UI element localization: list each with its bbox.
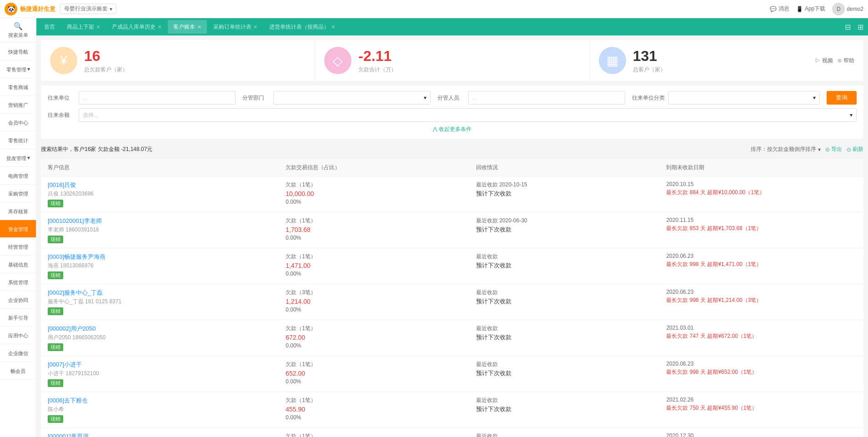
- debt-amount[interactable]: 10,000.00: [286, 190, 476, 197]
- tab-close-icon[interactable]: ×: [254, 24, 257, 30]
- refresh-button[interactable]: ⊙ 刷新: [847, 146, 863, 153]
- debt-info-cell: 欠款（1笔） 429.00 0.00%: [286, 432, 476, 437]
- stat-label-total-customers: 总客户（家）: [633, 66, 666, 74]
- collapse-button[interactable]: ⋀ 收起更多条件: [433, 126, 472, 133]
- tab-inbound-stat[interactable]: 进货单统计表（按商品） ×: [264, 20, 341, 34]
- tab-purchase-order-stat[interactable]: 采购订单统计表 ×: [208, 20, 263, 34]
- page-content: ¥ 16 总欠款客户（家） ◇ -2.11 欠款合计（万） ▦: [36, 35, 868, 437]
- app-download-btn[interactable]: 📱 App下载: [796, 5, 825, 13]
- sidebar-item-retail-mgmt[interactable]: 零售管理 ▾: [0, 60, 36, 78]
- store-select[interactable]: 母婴行业演示账套 ▾: [60, 4, 116, 14]
- chevron-down-icon: ▾: [27, 155, 30, 161]
- filter-dept-select[interactable]: ▾: [273, 91, 430, 105]
- overdue-info[interactable]: 最长欠款 998 天 超期¥652.00（1笔）: [666, 368, 857, 376]
- sidebar-item-label: 快捷导航: [2, 49, 34, 55]
- sidebar-item-inventory[interactable]: 库存核算: [0, 202, 36, 220]
- sidebar-item-label: 营销推广: [2, 102, 34, 109]
- view-btn[interactable]: ▷ 视频: [815, 57, 833, 65]
- tab-home[interactable]: 首页: [39, 20, 60, 34]
- chevron-down-icon: ▾: [818, 146, 821, 153]
- debt-count: 欠款（1笔）: [286, 361, 476, 368]
- debt-amount[interactable]: 652.00: [286, 370, 476, 377]
- sidebar-search[interactable]: 🔍 搜索菜单: [0, 18, 36, 43]
- customer-name[interactable]: [0016]吕俊: [48, 181, 286, 189]
- customer-name[interactable]: [0007]小进干: [48, 361, 286, 369]
- overdue-info[interactable]: 最长欠款 750 天 超期¥455.90（1笔）: [666, 404, 857, 412]
- debt-amount[interactable]: 1,703.68: [286, 226, 476, 233]
- stat-value-debt-total: -2.11: [358, 48, 396, 65]
- filter-person-input[interactable]: ...: [468, 91, 625, 105]
- due-date-cell: 2020.06.23 最长欠款 998 天 超期¥1,471.00（1笔）: [666, 253, 857, 268]
- next-collect: 预计下次收款: [476, 190, 667, 198]
- sidebar-item-quick-nav[interactable]: 快捷导航: [0, 43, 36, 60]
- tab-close-icon[interactable]: ×: [96, 24, 100, 30]
- header-customer-info: 客户信息: [48, 164, 286, 171]
- tab-close-icon[interactable]: ×: [331, 24, 335, 30]
- sidebar-item-member[interactable]: 会员中心: [0, 114, 36, 131]
- overdue-info[interactable]: 最长欠款 998 天 超期¥1,471.00（1笔）: [666, 261, 857, 268]
- debt-amount[interactable]: 1,471.00: [286, 262, 476, 269]
- search-button[interactable]: 查询: [827, 91, 857, 105]
- stat-info: 131 总客户（家）: [633, 48, 666, 74]
- filter-balance-select[interactable]: 选择... ▾: [79, 108, 857, 122]
- customer-name[interactable]: [000002]用户2050: [48, 325, 286, 333]
- debt-count: 欠款（3笔）: [286, 289, 476, 296]
- sidebar-item-app-center[interactable]: 应用中心: [0, 326, 36, 344]
- overdue-info[interactable]: 最长欠款 884 天 超期¥10,000.00（1笔）: [666, 189, 857, 196]
- tab-minimize-btn[interactable]: ⊟: [843, 22, 853, 32]
- message-btn[interactable]: 💬 消息: [770, 5, 789, 13]
- customer-name[interactable]: [000001]黄思源: [48, 432, 286, 437]
- sidebar-item-retail-stat[interactable]: 零售统计: [0, 131, 36, 149]
- result-info: 搜索结果中，客户16家 欠款金额 -21,148.07元: [41, 146, 152, 153]
- sidebar-item-guide[interactable]: 新手引导: [0, 309, 36, 326]
- tab-close-icon[interactable]: ×: [158, 24, 161, 30]
- user-menu-btn[interactable]: D demo2: [832, 3, 863, 15]
- sidebar-item-marketing[interactable]: 营销推广: [0, 96, 36, 114]
- export-button[interactable]: ⊙ 导出: [825, 146, 842, 153]
- overdue-info[interactable]: 最长欠款 998 天 超期¥1,214.00（3笔）: [666, 296, 857, 304]
- due-date-cell: 2020.06.23 最长欠款 998 天 超期¥652.00（1笔）: [666, 361, 857, 376]
- sort-dropdown[interactable]: 排序：按欠款金额倒序排序 ▾: [751, 146, 821, 153]
- tab-product-inbound[interactable]: 产成品入库单历史 ×: [106, 20, 167, 34]
- tab-maximize-btn[interactable]: ⊞: [855, 22, 866, 32]
- customer-info-cell: [000001]黄思源 黄思源 13552700226 现销: [48, 432, 286, 437]
- filter-row-1: 往来单位 ... 分管部门 ▾ 分管人员: [48, 91, 857, 105]
- debt-amount[interactable]: 672.00: [286, 334, 476, 341]
- customer-name[interactable]: [0003]畅捷服务尹海燕: [48, 253, 286, 261]
- customer-contact: 陈小希: [48, 406, 286, 413]
- filter-balance: 往来余额 选择... ▾: [48, 108, 857, 122]
- total-customers-icon: ▦: [599, 47, 626, 74]
- overdue-info[interactable]: 最长欠款 747 天 超期¥672.00（1笔）: [666, 332, 857, 340]
- sidebar-item-label: 系统管理: [2, 279, 34, 286]
- tab-close-icon[interactable]: ×: [197, 24, 201, 30]
- customer-name[interactable]: [0001020001]李老师: [48, 217, 286, 225]
- debt-amount[interactable]: 1,214.00: [286, 298, 476, 305]
- sidebar-item-enterprise[interactable]: 企业协同: [0, 291, 36, 309]
- sidebar-item-biz-mgmt[interactable]: 经营管理: [0, 238, 36, 256]
- sidebar-item-ecommerce[interactable]: 电商管理: [0, 167, 36, 185]
- sidebar-item-finance[interactable]: 资金管理: [0, 220, 36, 238]
- sidebar-item-enterprise-wx[interactable]: 企业微信: [0, 344, 36, 362]
- tab-product-offshelf[interactable]: 商品上下架 ×: [61, 20, 105, 34]
- sidebar-item-system[interactable]: 系统管理: [0, 273, 36, 291]
- next-collect: 预计下次收款: [476, 369, 667, 377]
- sidebar-item-label: 会员中心: [2, 120, 34, 126]
- debt-percent: 0.00%: [286, 342, 476, 349]
- sidebar-item-vip[interactable]: 畅会员: [0, 362, 36, 380]
- sidebar-item-batch-mgmt[interactable]: 批发管理 ▾: [0, 149, 36, 167]
- due-date: 2020.12.30: [666, 432, 857, 437]
- sidebar-item-retail-store[interactable]: 零售商城: [0, 78, 36, 96]
- customer-name[interactable]: [0002]服务中心_丁磊: [48, 289, 286, 297]
- help-btn[interactable]: ⊙ 帮助: [838, 57, 854, 65]
- customer-name[interactable]: [0006]去下粮仓: [48, 397, 286, 405]
- customer-info-cell: [0016]吕俊 吕俊 13026203696 现销: [48, 181, 286, 207]
- filter-unit-class-select[interactable]: ▾: [668, 91, 820, 105]
- filter-source-unit-input[interactable]: ...: [79, 91, 236, 105]
- stats-row: ¥ 16 总欠款客户（家） ◇ -2.11 欠款合计（万） ▦: [41, 40, 863, 81]
- sidebar-item-basic-info[interactable]: 基础信息: [0, 256, 36, 273]
- sidebar-item-purchase[interactable]: 采购管理: [0, 185, 36, 202]
- debt-amount[interactable]: 455.90: [286, 406, 476, 413]
- tab-customer-account[interactable]: 客户账本 ×: [168, 20, 206, 34]
- debt-percent: 0.00%: [286, 199, 476, 205]
- overdue-info[interactable]: 最长欠款 853 天 超期¥1,703.68（1笔）: [666, 225, 857, 232]
